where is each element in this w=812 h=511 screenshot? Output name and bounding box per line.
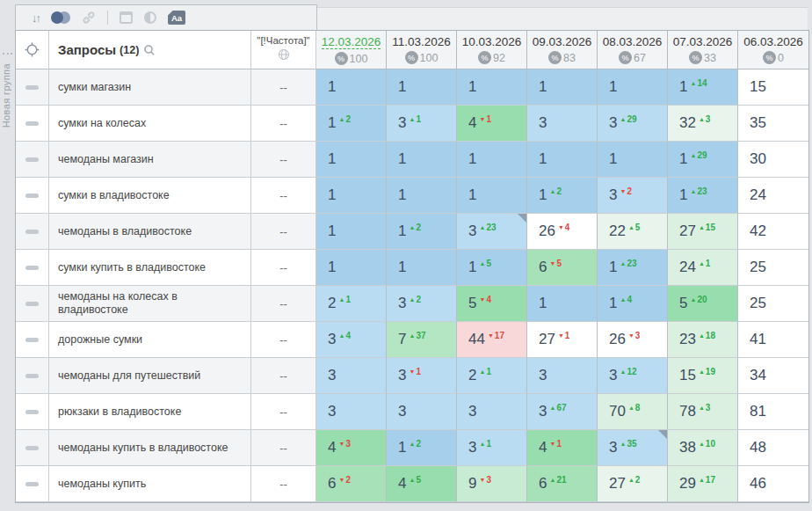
contrast-icon[interactable] — [144, 9, 156, 26]
row-drag-handle[interactable] — [16, 106, 49, 142]
position-cell[interactable]: 1 — [316, 250, 387, 286]
position-cell[interactable]: 34 — [738, 358, 808, 394]
position-cell[interactable]: 23▲18 — [668, 322, 738, 358]
position-cell[interactable]: 24 — [738, 178, 808, 214]
row-drag-handle[interactable] — [16, 322, 49, 358]
sort-icon[interactable]: ↓↑ — [32, 9, 40, 26]
position-cell[interactable]: 3▼2 — [598, 178, 668, 214]
position-cell[interactable]: 1 — [527, 286, 598, 322]
position-cell[interactable]: 46 — [738, 466, 808, 502]
position-cell[interactable]: 1 — [316, 178, 387, 214]
position-cell[interactable]: 26▼3 — [598, 322, 668, 358]
position-cell[interactable]: 6▼5 — [527, 250, 598, 286]
date-header-cell[interactable]: 11.03.2026%100 — [387, 31, 457, 69]
search-icon[interactable] — [143, 44, 156, 56]
keyword-cell[interactable]: дорожные сумки — [49, 322, 251, 358]
position-cell[interactable]: 5▲20 — [668, 286, 738, 322]
group-tab[interactable]: Новая группа — [1, 63, 11, 128]
row-drag-handle[interactable] — [16, 430, 49, 466]
date-label[interactable]: 12.03.2026 — [322, 35, 381, 49]
target-header-cell[interactable] — [16, 31, 49, 69]
position-cell[interactable]: 3▲29 — [598, 106, 668, 142]
keyword-cell[interactable]: сумки на колесах — [49, 106, 251, 142]
group-tab-grip[interactable] — [3, 53, 12, 55]
position-cell[interactable]: 3 — [316, 394, 387, 430]
keyword-cell[interactable]: чемоданы в владивостоке — [49, 214, 251, 250]
date-label[interactable]: 06.03.2026 — [743, 35, 803, 48]
position-cell[interactable]: 1▲4 — [598, 286, 668, 322]
position-cell[interactable]: 3▲1 — [387, 106, 457, 142]
position-cell[interactable]: 5▼4 — [457, 286, 527, 322]
position-cell[interactable]: 2▲1 — [316, 286, 387, 322]
position-cell[interactable]: 3▲23 — [457, 214, 527, 250]
position-cell[interactable]: 15▲19 — [668, 358, 738, 394]
position-cell[interactable]: 7▲37 — [387, 322, 457, 358]
position-cell[interactable]: 4▼1 — [457, 106, 527, 142]
position-cell[interactable]: 44▼17 — [457, 322, 527, 358]
position-cell[interactable]: 29▲17 — [668, 466, 738, 502]
position-cell[interactable]: 4▼3 — [316, 430, 387, 466]
position-cell[interactable]: 1 — [598, 142, 668, 178]
keyword-cell[interactable]: чемоданы магазин — [49, 142, 251, 178]
position-cell[interactable]: 6▼2 — [316, 466, 387, 502]
position-cell[interactable]: 6▲21 — [527, 466, 598, 502]
position-cell[interactable]: 1 — [316, 69, 387, 106]
position-cell[interactable]: 1 — [527, 142, 598, 178]
date-label[interactable]: 08.03.2026 — [603, 35, 663, 48]
position-cell[interactable]: 81 — [738, 394, 808, 430]
position-cell[interactable]: 1 — [598, 69, 668, 106]
position-cell[interactable]: 1 — [387, 178, 457, 214]
position-cell[interactable]: 30 — [738, 142, 808, 178]
position-cell[interactable]: 1 — [387, 250, 457, 286]
date-header-cell[interactable]: 10.03.2026%92 — [457, 31, 527, 69]
position-cell[interactable]: 1▲23 — [598, 250, 668, 286]
position-cell[interactable]: 3 — [316, 358, 387, 394]
position-cell[interactable]: 3 — [457, 394, 527, 430]
row-drag-handle[interactable] — [16, 394, 49, 430]
keyword-cell[interactable]: чемоданы на колесах в владивостоке — [49, 286, 251, 322]
link-icon[interactable] — [82, 9, 96, 26]
date-header-cell[interactable]: 06.03.2026%0 — [738, 31, 808, 69]
position-cell[interactable]: 1 — [316, 214, 387, 250]
position-cell[interactable]: 1▲2 — [387, 430, 457, 466]
position-cell[interactable]: 1 — [387, 69, 457, 106]
position-cell[interactable]: 3▲67 — [527, 394, 598, 430]
row-drag-handle[interactable] — [16, 142, 49, 178]
date-label[interactable]: 07.03.2026 — [673, 35, 733, 48]
row-drag-handle[interactable] — [16, 286, 49, 322]
position-cell[interactable]: 25 — [738, 286, 808, 322]
row-drag-handle[interactable] — [16, 69, 49, 106]
position-cell[interactable]: 27▲15 — [668, 214, 738, 250]
position-cell[interactable]: 1 — [457, 142, 527, 178]
date-header-cell[interactable]: 09.03.2026%83 — [527, 31, 598, 69]
position-cell[interactable]: 3▲2 — [387, 286, 457, 322]
position-cell[interactable]: 3 — [387, 394, 457, 430]
compare-toggle-icon[interactable] — [51, 11, 70, 24]
position-cell[interactable]: 38▲10 — [668, 430, 738, 466]
position-cell[interactable]: 1 — [527, 69, 598, 106]
keyword-cell[interactable]: сумки в владивостоке — [49, 178, 251, 214]
row-drag-handle[interactable] — [16, 250, 49, 286]
date-header-cell[interactable]: 12.03.2026%100 — [316, 31, 387, 69]
keyword-cell[interactable]: рюкзаки в владивостоке — [49, 394, 251, 430]
position-cell[interactable]: 3▲4 — [316, 322, 387, 358]
position-cell[interactable]: 4▼1 — [527, 430, 598, 466]
position-cell[interactable]: 9▼3 — [457, 466, 527, 502]
position-cell[interactable]: 48 — [738, 430, 808, 466]
text-case-icon[interactable]: Aa — [168, 9, 185, 26]
position-cell[interactable]: 3▲35 — [598, 430, 668, 466]
row-drag-handle[interactable] — [16, 214, 49, 250]
position-cell[interactable]: 1 — [457, 178, 527, 214]
position-cell[interactable]: 3 — [527, 106, 598, 142]
position-cell[interactable]: 22▲5 — [598, 214, 668, 250]
position-cell[interactable]: 1 — [457, 69, 527, 106]
keyword-cell[interactable]: чемоданы для путешествий — [49, 358, 251, 394]
position-cell[interactable]: 1▲5 — [457, 250, 527, 286]
position-cell[interactable]: 78▲3 — [668, 394, 738, 430]
position-cell[interactable]: 25 — [738, 250, 808, 286]
position-cell[interactable]: 1 — [387, 142, 457, 178]
position-cell[interactable]: 3▲12 — [598, 358, 668, 394]
position-cell[interactable]: 4▲5 — [387, 466, 457, 502]
keyword-cell[interactable]: чемоданы купить — [49, 466, 251, 502]
keyword-cell[interactable]: чемоданы купить в владивостоке — [49, 430, 251, 466]
